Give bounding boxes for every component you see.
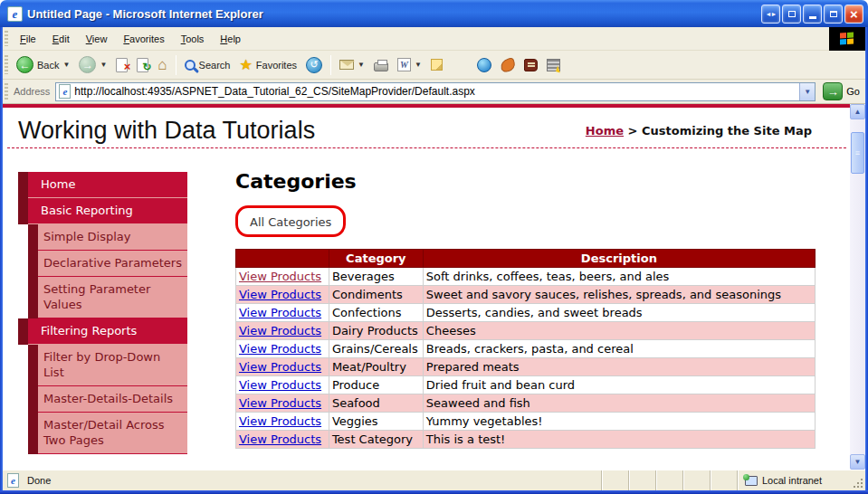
toolbar-grip[interactable] — [5, 31, 8, 47]
messenger-button[interactable] — [472, 55, 496, 75]
address-input[interactable]: e http://localhost:4935/ASPNET_Data_Tuto… — [55, 82, 816, 101]
sidebar-item-simple-display[interactable]: Simple Display — [18, 224, 187, 251]
research-button[interactable] — [520, 56, 542, 74]
table-row: View Products Confections Desserts, cand… — [236, 304, 816, 322]
category-cell: Dairy Products — [329, 322, 423, 340]
addon-button[interactable] — [496, 56, 520, 74]
page-icon: e — [7, 473, 19, 488]
menu-marker — [28, 224, 38, 251]
scroll-down-button[interactable]: ▼ — [850, 454, 865, 470]
all-categories-link[interactable]: All Categories — [250, 215, 331, 229]
sidebar-item-label: Simple Display — [38, 224, 187, 251]
print-button[interactable] — [369, 56, 393, 74]
encoder-button[interactable] — [542, 56, 565, 74]
description-cell: Breads, crackers, pasta, and cereal — [423, 340, 815, 358]
history-button[interactable]: ↺ — [301, 54, 327, 76]
refresh-button[interactable]: ↻ — [132, 55, 153, 75]
menu-file[interactable]: File — [12, 30, 44, 48]
header-divider — [7, 147, 846, 148]
table-row: View Products Veggies Yummy vegetables! — [236, 413, 816, 431]
sidebar-item-declarative-parameters[interactable]: Declarative Parameters — [18, 251, 187, 277]
view-products-link[interactable]: View Products — [239, 306, 321, 319]
maximize-button[interactable] — [824, 5, 843, 24]
popout-button[interactable] — [782, 5, 801, 24]
address-dropdown-button[interactable]: ▼ — [799, 83, 815, 100]
menu-favorites[interactable]: Favorites — [115, 30, 172, 48]
menu-help[interactable]: Help — [212, 30, 249, 48]
sidebar-item-home[interactable]: Home — [18, 172, 187, 198]
page-icon: e — [59, 84, 71, 99]
resize-grip[interactable] — [853, 470, 865, 490]
menu-view[interactable]: View — [78, 30, 116, 48]
go-button[interactable]: → Go — [823, 82, 860, 100]
sidebar-item-master-detail-two-pages[interactable]: Master/Detail Across Two Pages — [18, 413, 187, 454]
main-content: Categories All Categories Category Descr… — [235, 170, 822, 449]
address-label: Address — [14, 86, 50, 97]
column-header-actions — [236, 250, 329, 268]
scrollbar-thumb[interactable]: ≡ — [851, 132, 864, 174]
view-products-link[interactable]: View Products — [239, 396, 321, 410]
menu-edit[interactable]: Edit — [44, 30, 78, 48]
menu-marker — [28, 345, 38, 386]
address-url: http://localhost:4935/ASPNET_Data_Tutori… — [74, 85, 474, 98]
toolbar-grip[interactable] — [5, 55, 8, 75]
minimize-icon — [809, 16, 816, 19]
view-products-link[interactable]: View Products — [239, 432, 321, 446]
sidebar-item-filter-by-dropdown-list[interactable]: Filter by Drop-Down List — [18, 345, 187, 386]
go-label: Go — [846, 86, 860, 97]
sidebar-item-basic-reporting[interactable]: Basic Reporting — [18, 198, 187, 224]
windows-logo-throbber — [829, 27, 865, 51]
sidebar-item-label: Filter by Drop-Down List — [38, 345, 187, 386]
view-products-link[interactable]: View Products — [239, 270, 321, 283]
favorites-star-icon: ★ — [239, 56, 252, 73]
vertical-scrollbar[interactable]: ▲ ≡ ▼ — [850, 104, 865, 470]
scroll-up-button[interactable]: ▲ — [850, 104, 865, 119]
minimize-button[interactable] — [803, 5, 822, 24]
edit-with-word-button[interactable]: W ▼ — [393, 55, 426, 74]
view-products-link[interactable]: View Products — [239, 324, 321, 337]
table-row: View Products Meat/Poultry Prepared meat… — [236, 358, 816, 376]
table-row: View Products Produce Dried fruit and be… — [236, 376, 816, 394]
pan-arrows-button[interactable]: ◄► — [761, 5, 780, 24]
home-icon: ⌂ — [157, 56, 167, 74]
close-icon: × — [850, 7, 858, 21]
home-button[interactable]: ⌂ — [153, 53, 171, 77]
view-products-link[interactable]: View Products — [239, 288, 321, 301]
search-button[interactable]: Search — [180, 57, 235, 73]
category-cell: Meat/Poultry — [329, 358, 423, 376]
close-button[interactable]: × — [844, 5, 863, 24]
status-pane — [655, 470, 682, 490]
status-pane — [601, 470, 628, 490]
status-text: Done — [27, 475, 51, 486]
sidebar-item-setting-parameter-values[interactable]: Setting Parameter Values — [18, 277, 187, 318]
description-cell: Dried fruit and bean curd — [423, 376, 815, 394]
favorites-button[interactable]: ★ Favorites — [234, 53, 301, 76]
stop-button[interactable]: × — [111, 55, 132, 75]
category-cell: Condiments — [329, 286, 423, 304]
breadcrumb-home-link[interactable]: Home — [586, 124, 624, 138]
forward-button[interactable]: → ▼ — [74, 53, 111, 76]
window-title: Untitled Page - Microsoft Internet Explo… — [27, 7, 761, 21]
back-button[interactable]: ← Back ▼ — [12, 53, 74, 76]
view-products-link[interactable]: View Products — [239, 342, 321, 356]
note-icon — [431, 59, 443, 71]
address-bar: Address e http://localhost:4935/ASPNET_D… — [3, 80, 865, 104]
maximize-icon — [830, 11, 837, 17]
sidebar-item-filtering-reports[interactable]: Filtering Reports — [18, 318, 187, 345]
view-products-link[interactable]: View Products — [239, 414, 321, 428]
browser-window: e Untitled Page - Microsoft Internet Exp… — [0, 0, 868, 494]
table-row: View Products Seafood Seaweed and fish — [236, 394, 816, 413]
menu-tools[interactable]: Tools — [173, 30, 213, 48]
discuss-button[interactable] — [426, 56, 447, 73]
view-products-link[interactable]: View Products — [239, 378, 321, 392]
sidebar-menu: Home Basic Reporting Simple Display Decl… — [18, 172, 187, 454]
back-label: Back — [37, 60, 59, 71]
window-border-bottom — [0, 490, 868, 494]
mail-button[interactable]: ▼ — [335, 57, 369, 72]
sidebar-item-label: Home — [28, 172, 187, 198]
toolbar-grip[interactable] — [5, 83, 8, 100]
view-products-link[interactable]: View Products — [239, 360, 321, 374]
chevron-down-icon: ▼ — [62, 61, 70, 69]
sidebar-item-master-details-details[interactable]: Master-Details-Details — [18, 386, 187, 413]
annotation-circle: All Categories — [235, 205, 346, 237]
